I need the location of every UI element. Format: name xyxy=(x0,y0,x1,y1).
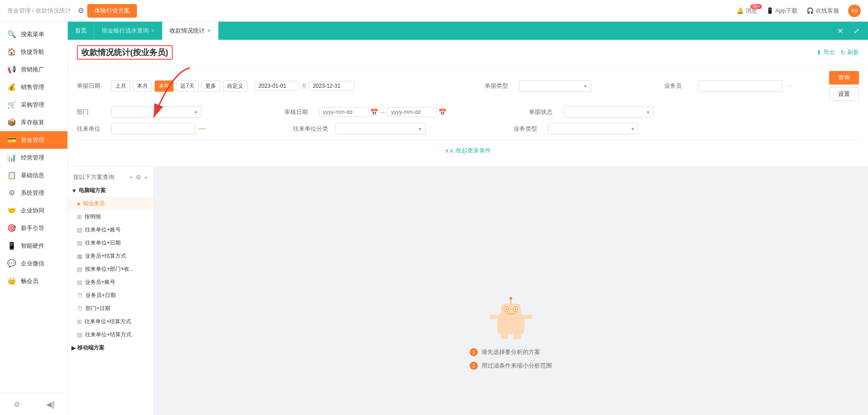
partner-more-btn[interactable]: ··· xyxy=(199,125,205,133)
date-btn-this-year[interactable]: 本年 xyxy=(155,80,174,92)
sidebar-item-basic-info[interactable]: 📋 基础信息 xyxy=(0,166,67,184)
clock-icon: ⏱ xyxy=(77,292,83,299)
top-bar-right: 🔔 消息 99+ 📱 App下载 🎧 在线客服 Rit xyxy=(736,5,861,17)
sidebar-item-label: 基础信息 xyxy=(21,171,44,179)
page-header-actions: ⬆ 导出 ↻ 刷新 xyxy=(816,48,859,57)
query-button[interactable]: 查询 xyxy=(829,71,859,85)
partner-category-select[interactable] xyxy=(335,123,426,134)
tab-bank-flow-label: 现金银行流水查询 xyxy=(102,27,149,35)
sidebar-item-smart-hardware[interactable]: 📱 智能硬件 xyxy=(0,237,67,255)
app-download-item[interactable]: 📱 App下载 xyxy=(766,7,797,15)
sidebar-item-search[interactable]: 🔍 搜索菜单 xyxy=(0,25,67,43)
date-to-input[interactable] xyxy=(309,81,354,91)
sidebar-item-guide[interactable]: 🎯 新手引导 xyxy=(0,219,67,237)
tab-maximize-btn[interactable]: ⤢ xyxy=(850,24,863,37)
tab-bank-flow-close[interactable]: × xyxy=(151,28,155,34)
collapse-button[interactable]: ∧∧ 收起更多条件 xyxy=(442,144,494,157)
scheme-by-partner-payment3[interactable]: ▤ 往来单位+结算方式 xyxy=(68,328,153,341)
left-panel-header: 按以下方案查询 + ⚙ « xyxy=(68,170,153,184)
top-bar: 资金管理 / 收款情况统计 ⚙ 体验行业方案 🔔 消息 99+ 📱 App下载 … xyxy=(0,0,868,22)
sidebar-item-inventory[interactable]: 📦 库存核算 xyxy=(0,113,67,131)
sidebar-item-label: 智能硬件 xyxy=(21,242,44,250)
main: 首页 现金银行流水查询 × 收款情况统计 × ✕ ⤢ 收款情况统计(按业务员) … xyxy=(68,22,868,415)
sidebar-item-label: 新手引导 xyxy=(21,224,44,232)
scheme-by-salesperson-date[interactable]: ⏱ 业务员+日期 xyxy=(68,289,153,302)
clock-icon2: ⏱ xyxy=(77,305,83,312)
footer-collapse-btn[interactable]: ◀‖ xyxy=(43,397,58,411)
collapse-panel-btn[interactable]: « xyxy=(144,174,148,181)
footer-settings-btn[interactable]: ⚙ xyxy=(9,397,24,411)
date-btn-this-month[interactable]: 本月 xyxy=(133,80,152,92)
empty-robot-illustration xyxy=(484,296,538,341)
doc-status-select[interactable] xyxy=(563,106,654,118)
doc-type-select[interactable] xyxy=(519,80,591,92)
trial-button[interactable]: 体验行业方案 xyxy=(87,4,137,18)
date-btn-custom[interactable]: 自定义 xyxy=(223,80,247,92)
export-label: 导出 xyxy=(823,48,835,57)
settings-scheme-btn[interactable]: ⚙ xyxy=(136,174,142,181)
tab-home[interactable]: 首页 xyxy=(68,22,94,40)
scheme-by-partner-account[interactable]: ▤ 往来单位+账号 xyxy=(68,223,153,236)
svg-rect-11 xyxy=(514,333,521,339)
online-service-item[interactable]: 🎧 在线客服 xyxy=(807,7,839,15)
body-area: 按以下方案查询 + ⚙ « ▼ 电脑端方案 ● 按业务员 xyxy=(68,167,868,415)
review-date-from[interactable] xyxy=(319,107,368,117)
grid-icon2: ⊞ xyxy=(77,318,82,325)
tree-section-desktop[interactable]: ▼ 电脑端方案 xyxy=(68,184,153,197)
export-button[interactable]: ⬆ 导出 xyxy=(816,48,835,57)
scheme-by-dept-date[interactable]: ⏱ 部门+日期 xyxy=(68,302,153,315)
left-panel-actions: + ⚙ « xyxy=(129,174,148,181)
circle-icon: ● xyxy=(77,200,80,207)
scheme-by-detail[interactable]: ⊞ 按明细 xyxy=(68,210,153,223)
date-btn-last-month[interactable]: 上月 xyxy=(111,80,130,92)
salesperson-more[interactable]: ··· xyxy=(786,82,792,90)
settings-button[interactable]: 设置 xyxy=(829,87,859,101)
biz-type-label: 业务类型 xyxy=(514,125,541,133)
sidebar-item-sales[interactable]: 💰 销售管理 xyxy=(0,78,67,96)
tree-section-mobile[interactable]: ▶ 移动端方案 xyxy=(68,341,153,354)
tab-collection-label: 收款情况统计 xyxy=(170,27,205,35)
sidebar-item-enterprise[interactable]: 🤝 企业协同 xyxy=(0,202,67,219)
gear-icon[interactable]: ⚙ xyxy=(75,5,87,17)
biz-type-wrap xyxy=(548,123,638,134)
add-scheme-btn[interactable]: + xyxy=(129,174,133,181)
tab-collection-close[interactable]: × xyxy=(208,28,211,34)
scheme-by-salesperson-account[interactable]: ▤ 业务员+账号 xyxy=(68,276,153,289)
tab-close-all-btn[interactable]: ✕ xyxy=(834,24,846,37)
refresh-button[interactable]: ↻ 刷新 xyxy=(840,48,859,57)
section-label2: 移动端方案 xyxy=(77,344,104,352)
review-date-to[interactable] xyxy=(387,107,437,117)
app-download-label: App下载 xyxy=(775,7,797,15)
filter-row-partner: 往来单位 ··· 往来单位分类 业务类型 xyxy=(77,123,859,134)
dept-select[interactable] xyxy=(111,106,202,118)
sidebar-item-purchase[interactable]: 🛒 采购管理 xyxy=(0,96,67,113)
biz-type-select[interactable] xyxy=(548,123,638,134)
avatar[interactable]: Rit xyxy=(848,5,861,17)
date-btn-7days[interactable]: 近7天 xyxy=(176,80,198,92)
tab-bank-flow[interactable]: 现金银行流水查询 × xyxy=(94,22,162,40)
scheme-by-salesperson[interactable]: ● 按业务员 xyxy=(68,197,153,210)
left-panel-title: 按以下方案查询 xyxy=(73,173,114,181)
date-btn-more[interactable]: 更多 xyxy=(201,80,220,92)
scheme-by-partner-payment2[interactable]: ⊞ 往来单位+结算方式 xyxy=(68,315,153,328)
scheme-by-salesperson-payment[interactable]: ▦ 业务员+结算方式 xyxy=(68,250,153,263)
service-icon: 🎧 xyxy=(807,7,814,14)
tab-collection[interactable]: 收款情况统计 × xyxy=(162,22,218,40)
sidebar-item-marketing[interactable]: 📢 营销推广 xyxy=(0,61,67,78)
sidebar-item-member[interactable]: 👑 畅会员 xyxy=(0,272,67,290)
sidebar-item-label: 系统管理 xyxy=(21,189,44,197)
date-from-input[interactable] xyxy=(255,81,300,91)
sidebar-item-label: 企业协同 xyxy=(21,207,44,215)
svg-point-7 xyxy=(509,297,512,300)
sidebar-item-wechat[interactable]: 💬 企业微信 xyxy=(0,255,67,272)
messages-item[interactable]: 🔔 消息 99+ xyxy=(736,7,757,15)
sidebar-item-operations[interactable]: 📊 经营管理 xyxy=(0,149,67,166)
partner-input[interactable] xyxy=(111,123,195,134)
sidebar-item-system[interactable]: ⚙ 系统管理 xyxy=(0,184,67,202)
scheme-by-partner-date[interactable]: ▤ 往来单位+日期 xyxy=(68,236,153,250)
sidebar-item-quick-nav[interactable]: 🏠 快捷导航 xyxy=(0,43,67,61)
scheme-by-partner-dept[interactable]: ▤ 按来单位+部门+收... xyxy=(68,263,153,276)
money-icon: 💰 xyxy=(7,83,16,91)
sidebar-item-finance[interactable]: 💳 资金管理 xyxy=(0,131,67,149)
salesperson-input[interactable] xyxy=(698,80,783,92)
